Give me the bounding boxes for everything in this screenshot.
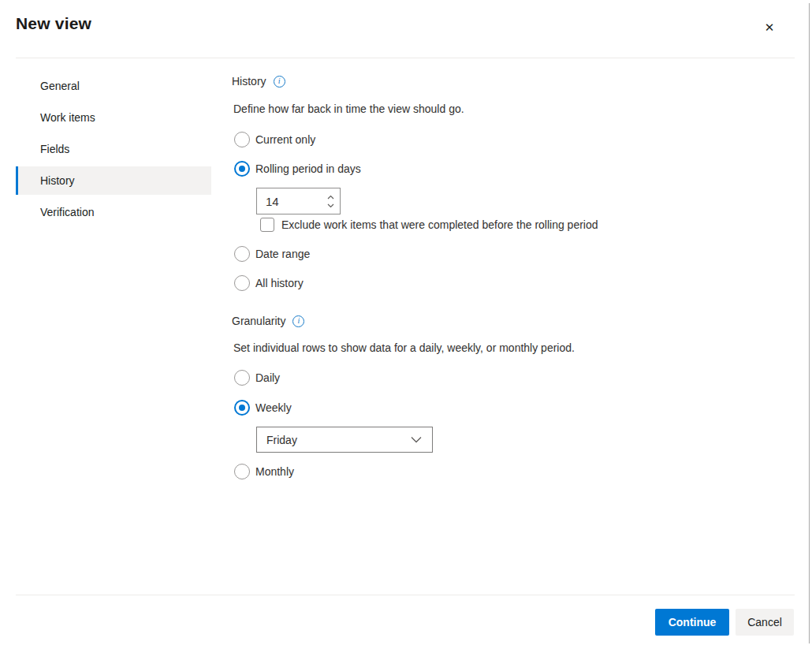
cancel-button[interactable]: Cancel bbox=[736, 609, 794, 636]
spin-up-icon[interactable] bbox=[327, 194, 334, 200]
radio-rolling-period[interactable] bbox=[234, 161, 250, 177]
continue-button[interactable]: Continue bbox=[655, 609, 729, 636]
exclude-completed-checkbox[interactable] bbox=[260, 218, 274, 232]
radio-all-history[interactable] bbox=[234, 275, 250, 291]
radio-row-date-range[interactable]: Date range bbox=[234, 246, 310, 262]
radio-label: All history bbox=[255, 275, 304, 291]
granularity-heading-label: Granularity bbox=[232, 315, 285, 327]
history-heading-label: History bbox=[232, 75, 266, 88]
radio-row-daily[interactable]: Daily bbox=[234, 370, 280, 386]
sidebar-item-general[interactable]: General bbox=[16, 72, 211, 100]
radio-weekly[interactable] bbox=[234, 400, 250, 416]
week-day-dropdown[interactable]: Friday bbox=[256, 427, 433, 453]
history-description: Define how far back in time the view sho… bbox=[233, 101, 464, 117]
dialog-right-edge bbox=[809, 3, 810, 643]
info-icon[interactable]: i bbox=[274, 76, 285, 88]
exclude-completed-label: Exclude work items that were completed b… bbox=[281, 218, 598, 231]
radio-date-range[interactable] bbox=[234, 246, 250, 262]
new-view-dialog: New view ✕ General Work items Fields His… bbox=[0, 0, 812, 649]
history-panel: History i Define how far back in time th… bbox=[232, 0, 796, 599]
radio-label: Current only bbox=[255, 132, 315, 147]
sidebar-item-verification[interactable]: Verification bbox=[16, 198, 211, 226]
history-section-heading: History i bbox=[232, 73, 285, 89]
chevron-down-icon bbox=[411, 436, 422, 443]
rolling-period-days-value[interactable]: 14 bbox=[257, 188, 321, 214]
week-day-value: Friday bbox=[266, 434, 297, 446]
sidebar-item-label: General bbox=[40, 80, 80, 92]
radio-current-only[interactable] bbox=[234, 132, 250, 147]
info-icon[interactable]: i bbox=[292, 315, 304, 327]
sidebar-nav: General Work items Fields History Verifi… bbox=[16, 72, 211, 229]
rolling-period-days-input[interactable]: 14 bbox=[256, 188, 341, 214]
radio-label: Daily bbox=[255, 370, 280, 386]
sidebar-item-label: Fields bbox=[40, 143, 69, 155]
radio-daily[interactable] bbox=[234, 370, 250, 386]
radio-label: Weekly bbox=[255, 400, 292, 416]
exclude-completed-checkbox-row[interactable]: Exclude work items that were completed b… bbox=[260, 218, 598, 232]
sidebar-item-label: History bbox=[40, 174, 75, 187]
radio-label: Rolling period in days bbox=[255, 161, 361, 177]
sidebar-item-label: Verification bbox=[40, 206, 94, 218]
radio-row-rolling-period[interactable]: Rolling period in days bbox=[234, 161, 361, 177]
radio-row-current-only[interactable]: Current only bbox=[234, 132, 315, 147]
radio-row-monthly[interactable]: Monthly bbox=[234, 464, 294, 479]
spin-down-icon[interactable] bbox=[327, 203, 334, 209]
footer-buttons: Continue Cancel bbox=[655, 609, 794, 636]
sidebar-item-label: Work items bbox=[40, 111, 95, 124]
granularity-description: Set individual rows to show data for a d… bbox=[233, 340, 575, 356]
radio-row-weekly[interactable]: Weekly bbox=[234, 400, 292, 416]
radio-monthly[interactable] bbox=[234, 464, 250, 479]
spin-buttons bbox=[321, 188, 340, 214]
dialog-title: New view bbox=[16, 14, 91, 33]
sidebar-item-work-items[interactable]: Work items bbox=[16, 103, 211, 132]
sidebar-item-fields[interactable]: Fields bbox=[16, 135, 211, 163]
radio-label: Date range bbox=[255, 246, 310, 262]
granularity-section-heading: Granularity i bbox=[232, 313, 304, 329]
footer-divider bbox=[16, 595, 795, 595]
radio-row-all-history[interactable]: All history bbox=[234, 275, 304, 291]
sidebar-item-history[interactable]: History bbox=[16, 166, 211, 195]
radio-label: Monthly bbox=[255, 464, 294, 479]
